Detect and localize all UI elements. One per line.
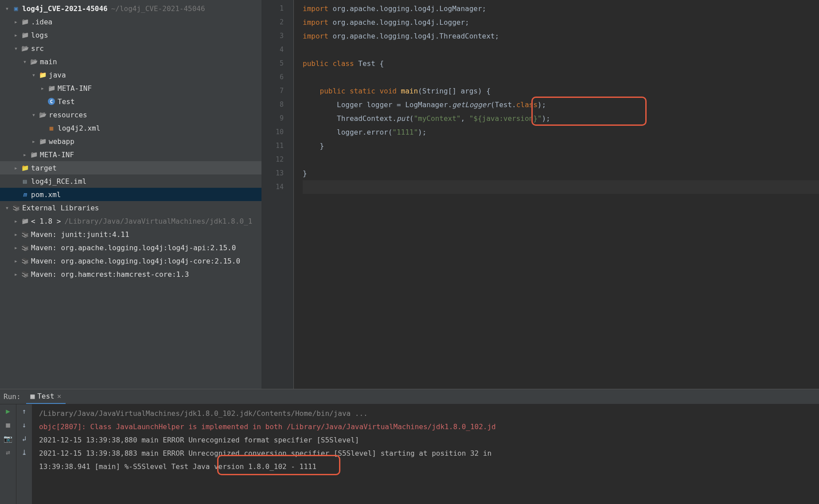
project-tree[interactable]: log4j_CVE-2021-45046 ~/log4j_CVE-2021-45… bbox=[0, 0, 261, 389]
dump-button[interactable]: 📷 bbox=[4, 434, 12, 443]
chevron-right-icon[interactable] bbox=[12, 18, 20, 25]
tree-maven-hamcrest[interactable]: Maven: org.hamcrest:hamcrest-core:1.3 bbox=[0, 268, 261, 281]
chevron-down-icon[interactable] bbox=[21, 58, 28, 65]
line-number[interactable]: 6 bbox=[261, 70, 284, 84]
tree-maven-log4j-core[interactable]: Maven: org.apache.logging.log4j:log4j-co… bbox=[0, 254, 261, 268]
chevron-right-icon[interactable] bbox=[12, 271, 20, 278]
keyword: import bbox=[303, 4, 328, 13]
layout-button[interactable]: ⇄ bbox=[6, 448, 10, 457]
tree-jdk[interactable]: < 1.8 > /Library/Java/JavaVirtualMachine… bbox=[0, 214, 261, 228]
tree-item-main[interactable]: main bbox=[0, 55, 261, 68]
line-number[interactable]: 1 bbox=[261, 2, 284, 16]
tree-item-log4j2-xml[interactable]: log4j2.xml bbox=[0, 121, 261, 135]
source-folder-icon bbox=[38, 70, 47, 79]
line-number[interactable]: 5 bbox=[261, 57, 284, 70]
library-icon bbox=[20, 243, 29, 252]
punct: ); bbox=[542, 114, 550, 123]
line-number[interactable]: 11 bbox=[261, 139, 284, 153]
rerun-button[interactable]: ▶ bbox=[6, 407, 10, 415]
console-output[interactable]: /Library/Java/JavaVirtualMachines/jdk1.8… bbox=[32, 404, 819, 504]
tree-item-test-class[interactable]: Test bbox=[0, 95, 261, 108]
code-text: logger.error( bbox=[337, 128, 392, 136]
chevron-right-icon[interactable] bbox=[12, 164, 20, 171]
chevron-right-icon[interactable] bbox=[21, 151, 28, 158]
chevron-down-icon[interactable] bbox=[30, 71, 37, 78]
run-toolbar-left: ▶ ■ 📷 ⇄ bbox=[0, 404, 16, 504]
string-literal: "1111" bbox=[392, 128, 418, 136]
jdk-icon bbox=[20, 217, 29, 225]
code-text: ThreadContext. bbox=[337, 114, 397, 123]
keyword: class bbox=[516, 101, 538, 109]
tree-item-resources[interactable]: resources bbox=[0, 108, 261, 121]
chevron-down-icon[interactable] bbox=[30, 111, 37, 118]
line-number[interactable]: 12 bbox=[261, 153, 284, 167]
soft-wrap-icon[interactable]: ↲ bbox=[22, 434, 27, 443]
line-number[interactable]: 10 bbox=[261, 125, 284, 139]
chevron-right-icon[interactable] bbox=[12, 231, 20, 238]
tree-maven-junit[interactable]: Maven: junit:junit:4.11 bbox=[0, 228, 261, 241]
maven-file-icon bbox=[20, 190, 29, 199]
chevron-right-icon[interactable] bbox=[12, 31, 20, 39]
keyword: public bbox=[303, 59, 328, 68]
chevron-down-icon[interactable] bbox=[12, 45, 20, 52]
line-number[interactable]: 14 bbox=[261, 180, 284, 194]
chevron-right-icon[interactable] bbox=[12, 244, 20, 251]
chevron-down-icon[interactable] bbox=[4, 204, 11, 211]
punct: , bbox=[460, 114, 469, 123]
console-line-error: objc[2807]: Class JavaLaunchHelper is im… bbox=[39, 420, 819, 434]
punct: ); bbox=[538, 101, 546, 109]
tree-root-path: ~/log4j_CVE-2021-45046 bbox=[111, 4, 205, 13]
line-number[interactable]: 13 bbox=[261, 167, 284, 180]
folder-icon bbox=[47, 84, 56, 93]
chevron-right-icon[interactable] bbox=[12, 257, 20, 264]
library-icon bbox=[20, 270, 29, 279]
iml-file-icon bbox=[20, 177, 29, 186]
package-ref: org.apache.logging.log4j.ThreadContext bbox=[332, 32, 495, 40]
keyword: void bbox=[379, 87, 397, 95]
run-config-icon: ▦ bbox=[31, 392, 35, 400]
tree-item-logs[interactable]: logs bbox=[0, 28, 261, 42]
line-number[interactable]: 4 bbox=[261, 43, 284, 57]
up-icon[interactable]: ↑ bbox=[22, 407, 27, 415]
tree-item-pom[interactable]: pom.xml bbox=[0, 188, 261, 201]
chevron-right-icon[interactable] bbox=[30, 138, 37, 145]
method-name: main bbox=[401, 87, 418, 95]
punct: ); bbox=[418, 128, 426, 136]
tree-item-metainf[interactable]: META-INF bbox=[0, 81, 261, 95]
code-editor[interactable]: 1 2 3 4 5 6 7 8 9 10 11 12 13 14 import … bbox=[261, 0, 819, 389]
excluded-folder-icon bbox=[20, 163, 29, 172]
keyword: import bbox=[303, 18, 328, 27]
scroll-end-icon[interactable]: ⤓ bbox=[21, 448, 27, 457]
chevron-right-icon[interactable] bbox=[12, 217, 20, 225]
tree-item-idea[interactable]: .idea bbox=[0, 15, 261, 28]
stop-button[interactable]: ■ bbox=[6, 421, 10, 429]
method-call: put bbox=[397, 114, 410, 123]
tree-item-iml[interactable]: log4j_RCE.iml bbox=[0, 174, 261, 188]
keyword: import bbox=[303, 32, 328, 40]
editor-gutter[interactable]: 1 2 3 4 5 6 7 8 9 10 11 12 13 14 bbox=[261, 0, 293, 389]
down-icon[interactable]: ↓ bbox=[22, 421, 27, 429]
tree-item-webapp[interactable]: webapp bbox=[0, 135, 261, 148]
code-area[interactable]: import org.apache.logging.log4j.LogManag… bbox=[293, 0, 819, 389]
tree-item-src[interactable]: src bbox=[0, 42, 261, 55]
close-icon[interactable]: × bbox=[57, 392, 62, 400]
tree-root-label: log4j_CVE-2021-45046 bbox=[22, 4, 108, 13]
package-ref: org.apache.logging.log4j.Logger bbox=[332, 18, 465, 27]
tree-external-libs[interactable]: External Libraries bbox=[0, 201, 261, 214]
folder-icon bbox=[38, 137, 47, 146]
tree-item-metainf2[interactable]: META-INF bbox=[0, 148, 261, 161]
tree-maven-log4j-api[interactable]: Maven: org.apache.logging.log4j:log4j-ap… bbox=[0, 241, 261, 254]
tree-item-target[interactable]: target bbox=[0, 161, 261, 174]
line-number[interactable]: 3 bbox=[261, 29, 284, 43]
string-literal: "myContext" bbox=[413, 114, 460, 123]
chevron-down-icon[interactable] bbox=[4, 5, 11, 12]
chevron-right-icon[interactable] bbox=[39, 85, 46, 92]
tree-root[interactable]: log4j_CVE-2021-45046 ~/log4j_CVE-2021-45… bbox=[0, 2, 261, 15]
run-tab-test[interactable]: ▦ Test × bbox=[26, 389, 66, 404]
line-number[interactable]: 2 bbox=[261, 16, 284, 29]
line-number[interactable]: 8 bbox=[261, 98, 284, 112]
line-number[interactable]: 7 bbox=[261, 84, 284, 98]
console-line: /Library/Java/JavaVirtualMachines/jdk1.8… bbox=[39, 407, 819, 420]
line-number[interactable]: 9 bbox=[261, 112, 284, 125]
tree-item-java[interactable]: java bbox=[0, 68, 261, 81]
